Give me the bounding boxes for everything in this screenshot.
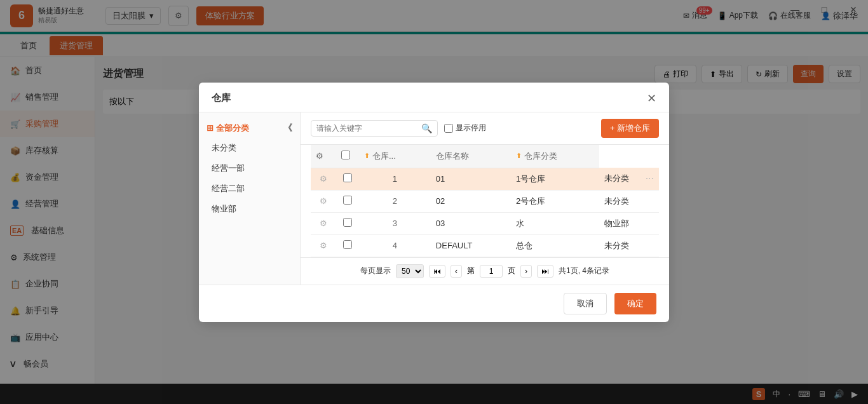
table-row: ⚙ 1 01 1号仓库 未分类··· <box>311 168 659 190</box>
row-num-0: 1 <box>359 168 431 190</box>
modal-main: 🔍 显示停用 + 新增仓库 <box>301 112 669 285</box>
row-name-1: 2号仓库 <box>511 190 599 212</box>
row-gear-cell-2[interactable]: ⚙ <box>311 212 336 234</box>
row-code-2: 03 <box>431 212 511 234</box>
row-category-1: 未分类 <box>599 190 659 212</box>
row-checkbox-cell-0 <box>336 168 359 190</box>
row-num-1: 2 <box>359 190 431 212</box>
row-select-3[interactable] <box>343 240 352 249</box>
warehouse-modal: 仓库 ✕ ⊞ 全部分类 《 未分类 经营一部 经营二部 <box>199 83 669 322</box>
row-checkbox-cell-2 <box>336 212 359 234</box>
row-code-1: 02 <box>431 190 511 212</box>
row-select-0[interactable] <box>343 173 352 182</box>
row-select-2[interactable] <box>343 218 352 227</box>
cancel-button[interactable]: 取消 <box>564 293 607 314</box>
select-all-checkbox[interactable] <box>341 151 350 159</box>
row-num-3: 4 <box>359 234 431 257</box>
search-area: 🔍 显示停用 <box>311 120 486 137</box>
row-category-3: 未分类 <box>599 234 659 257</box>
search-input[interactable] <box>316 124 421 133</box>
modal-header: 仓库 ✕ <box>199 83 669 112</box>
row-checkbox-cell-1 <box>336 190 359 212</box>
confirm-button[interactable]: 确定 <box>614 293 656 314</box>
row-name-0: 1号仓库 <box>511 168 599 190</box>
row-gear-cell-1[interactable]: ⚙ <box>311 190 336 212</box>
modal-pagination: 每页显示 50 ⏮ ‹ 第 页 › ⏭ 共1页, 4条记录 <box>301 257 669 285</box>
row-name-2: 水 <box>511 212 599 234</box>
grid-icon: ⊞ <box>207 123 214 133</box>
show-disabled-checkbox[interactable] <box>444 124 453 133</box>
row-num-2: 3 <box>359 212 431 234</box>
row-category-2: 物业部 <box>599 212 659 234</box>
modal-close-button[interactable]: ✕ <box>647 91 656 105</box>
modal-body: ⊞ 全部分类 《 未分类 经营一部 经营二部 物业部 <box>199 112 669 285</box>
add-warehouse-button[interactable]: + 新增仓库 <box>601 119 659 138</box>
table-row: ⚙ 4 DEFAULT 总仓 未分类 <box>311 234 659 257</box>
category-item-ops2[interactable]: 经营二部 <box>199 178 300 199</box>
category-sidebar: ⊞ 全部分类 《 未分类 经营一部 经营二部 物业部 <box>199 112 301 285</box>
prev-page-button[interactable]: ‹ <box>451 265 462 278</box>
per-page-select[interactable]: 50 <box>396 264 424 278</box>
row-settings-icon-1[interactable]: ⚙ <box>320 196 327 206</box>
page-total-info: 共1页, 4条记录 <box>559 266 609 276</box>
warehouse-table-wrap: ⚙ ⬆ 仓库... <box>301 145 669 257</box>
first-page-button[interactable]: ⏮ <box>429 265 445 278</box>
sort-icon2: ⬆ <box>516 152 522 160</box>
sort-icon: ⬆ <box>364 152 370 160</box>
warehouse-table: ⚙ ⬆ 仓库... <box>311 145 659 257</box>
show-disabled-label: 显示停用 <box>456 123 486 133</box>
next-page-button[interactable]: › <box>520 265 532 278</box>
category-header[interactable]: ⊞ 全部分类 《 <box>199 119 300 138</box>
row-settings-icon-0[interactable]: ⚙ <box>320 174 327 184</box>
category-item-unclassified[interactable]: 未分类 <box>199 138 300 158</box>
show-disabled[interactable]: 显示停用 <box>444 123 486 133</box>
page-label: 第 <box>467 266 475 276</box>
row-settings-icon-3[interactable]: ⚙ <box>320 241 327 250</box>
row-category-0: 未分类··· <box>599 168 659 190</box>
modal-overlay: 仓库 ✕ ⊞ 全部分类 《 未分类 经营一部 经营二部 <box>0 0 868 404</box>
row-select-1[interactable] <box>343 196 352 205</box>
all-categories-label: 全部分类 <box>216 123 249 134</box>
code-column-header: ⬆ 仓库... <box>359 145 431 168</box>
checkbox-column-header <box>336 145 359 168</box>
per-page-label: 每页显示 <box>360 266 391 276</box>
collapse-icon[interactable]: 《 <box>283 123 292 134</box>
row-gear-cell-0[interactable]: ⚙ <box>311 168 336 190</box>
modal-title: 仓库 <box>212 92 231 104</box>
modal-footer: 取消 确定 <box>199 285 669 322</box>
page-input[interactable] <box>480 265 503 278</box>
search-icon: 🔍 <box>421 123 432 133</box>
row-code-3: DEFAULT <box>431 234 511 257</box>
category-item-property[interactable]: 物业部 <box>199 199 300 219</box>
category-item-ops1[interactable]: 经营一部 <box>199 158 300 178</box>
last-page-button[interactable]: ⏭ <box>537 265 553 278</box>
category-column-header: ⬆ 仓库分类 <box>511 145 599 168</box>
name-column-header: 仓库名称 <box>431 145 511 168</box>
row-settings-icon-2[interactable]: ⚙ <box>320 219 327 228</box>
row-actions-0[interactable]: ··· <box>646 173 654 184</box>
row-code-0: 01 <box>431 168 511 190</box>
search-input-wrap: 🔍 <box>311 120 438 137</box>
row-name-3: 总仓 <box>511 234 599 257</box>
table-row: ⚙ 2 02 2号仓库 未分类 <box>311 190 659 212</box>
modal-toolbar: 🔍 显示停用 + 新增仓库 <box>301 112 669 145</box>
gear-icon: ⚙ <box>316 151 323 161</box>
gear-column-header: ⚙ <box>311 145 336 168</box>
row-checkbox-cell-3 <box>336 234 359 257</box>
table-row: ⚙ 3 03 水 物业部 <box>311 212 659 234</box>
row-gear-cell-3[interactable]: ⚙ <box>311 234 336 257</box>
table-header-row: ⚙ ⬆ 仓库... <box>311 145 659 168</box>
page-unit: 页 <box>508 266 515 276</box>
